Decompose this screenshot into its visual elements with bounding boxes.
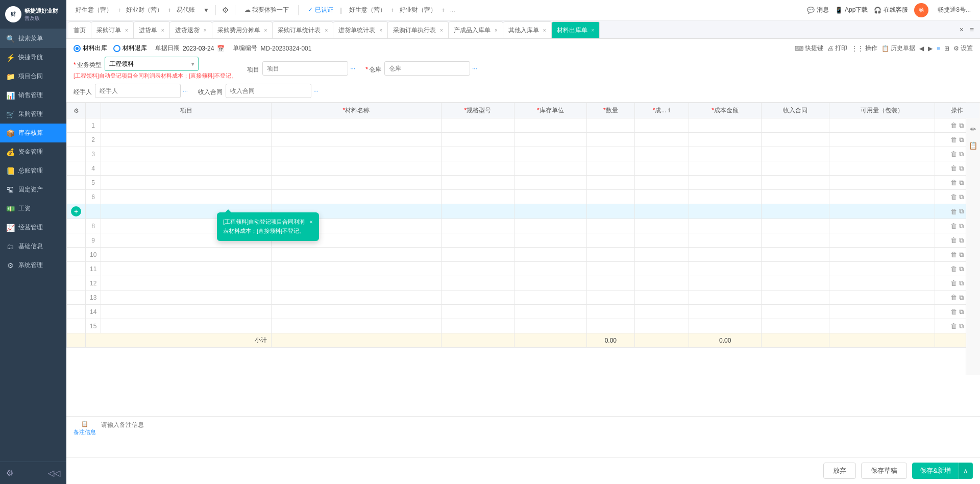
copy-row-btn[interactable]: ⧉	[959, 222, 964, 230]
copy-row-btn[interactable]: ⧉	[959, 308, 964, 316]
top-nav-good-biz2[interactable]: 好生意（营）	[346, 6, 389, 14]
top-nav-good-biz[interactable]: 好生意（营）	[72, 6, 115, 14]
top-nav-good-finance[interactable]: 好业财（营）	[123, 6, 166, 14]
copy-row-btn[interactable]: ⧉	[959, 207, 964, 215]
prev-btn[interactable]: ◀	[919, 45, 924, 52]
copy-row-btn[interactable]: ⧉	[959, 322, 964, 330]
agent-input[interactable]	[95, 84, 181, 98]
delete-row-btn[interactable]: 🗑	[950, 308, 957, 316]
copy-row-btn[interactable]: ⧉	[959, 236, 964, 245]
user-avatar[interactable]: 畅	[914, 3, 928, 17]
sidebar-item-basic[interactable]: 🗂 基础信息	[0, 237, 66, 256]
save-new-arrow-btn[interactable]: ∧	[959, 463, 973, 479]
print-btn[interactable]: 🖨 打印	[827, 44, 847, 53]
tab-purchase-expense[interactable]: 采购费用分摊单 ×	[212, 21, 273, 38]
copy-row-btn[interactable]: ⧉	[959, 265, 964, 273]
warehouse-dots-btn[interactable]: ···	[472, 65, 477, 72]
project-dots-btn[interactable]: ···	[350, 65, 355, 72]
date-value[interactable]: 2023-03-24	[183, 45, 214, 52]
app-download-action[interactable]: 📱 App下载	[835, 6, 868, 14]
tab-receipt-stat[interactable]: 进货单统计表 ×	[333, 21, 388, 38]
tab-production-in[interactable]: 产成品入库单 ×	[449, 21, 503, 38]
save-draft-btn[interactable]: 保存草稿	[861, 463, 907, 479]
sidebar-item-inventory[interactable]: 📦 库存核算	[0, 124, 66, 142]
add-row-btn[interactable]: +	[71, 206, 81, 216]
history-btn[interactable]: 📋 历史单据	[881, 44, 915, 53]
material-return-radio[interactable]: 材料退库	[113, 44, 147, 53]
delete-row-btn[interactable]: 🗑	[950, 164, 957, 172]
top-nav-good-finance2[interactable]: 好业财（营）	[397, 6, 439, 14]
tab-close-btn[interactable]: ×	[204, 28, 207, 33]
sidebar-item-quick-nav[interactable]: ⚡ 快捷导航	[0, 48, 66, 67]
copy-row-btn[interactable]: ⧉	[959, 122, 964, 130]
delete-row-btn[interactable]: 🗑	[950, 279, 957, 287]
tab-close-btn[interactable]: ×	[264, 28, 267, 33]
tab-list-btn[interactable]: ≡	[968, 25, 976, 35]
tooltip-close-btn[interactable]: ×	[309, 217, 313, 227]
tab-close-btn[interactable]: ×	[161, 28, 164, 33]
sidebar-item-search[interactable]: 🔍 搜索菜单	[0, 29, 66, 48]
sidebar-item-salary[interactable]: 💵 工资	[0, 199, 66, 218]
delete-row-btn[interactable]: 🗑	[950, 236, 957, 244]
delete-row-btn[interactable]: 🗑	[950, 222, 957, 230]
tab-close-all-btn[interactable]: ×	[958, 25, 966, 35]
top-nav-dropdown-btn[interactable]: ▼	[203, 7, 209, 14]
sidebar-item-sales[interactable]: 📊 销售管理	[0, 86, 66, 105]
sidebar-item-project[interactable]: 📁 项目合同	[0, 67, 66, 86]
calendar-icon[interactable]: 📅	[217, 45, 225, 52]
sidebar-item-ledger[interactable]: 📒 总账管理	[0, 161, 66, 180]
material-out-radio[interactable]: 材料出库	[74, 44, 107, 53]
sidebar-item-system[interactable]: ⚙ 系统管理	[0, 256, 66, 275]
settings-btn[interactable]: ⚙ 设置	[953, 44, 973, 53]
copy-row-btn[interactable]: ⧉	[959, 179, 964, 187]
next-btn[interactable]: ▶	[928, 45, 933, 52]
sidebar-settings-btn[interactable]: ⚙	[4, 466, 15, 480]
copy-row-btn[interactable]: ⧉	[959, 251, 964, 259]
note-textarea[interactable]	[101, 421, 973, 435]
list-view-btn[interactable]: ≡	[937, 45, 940, 52]
delete-row-btn[interactable]: 🗑	[950, 265, 957, 273]
quick-key-btn[interactable]: ⌨ 快捷键	[795, 44, 823, 53]
business-type-input[interactable]	[105, 57, 199, 71]
warehouse-input[interactable]	[384, 61, 470, 76]
right-panel-btn2[interactable]: ✏	[968, 123, 978, 135]
delete-row-btn[interactable]: 🗑	[950, 294, 957, 301]
delete-row-btn[interactable]: 🗑	[950, 179, 957, 186]
tab-close-btn[interactable]: ×	[592, 28, 595, 33]
online-service-action[interactable]: 🎧 在线客服	[874, 6, 908, 14]
delete-row-btn[interactable]: 🗑	[950, 136, 957, 143]
detail-view-btn[interactable]: ⊞	[944, 45, 949, 52]
col-settings-th[interactable]: ⚙	[67, 103, 86, 118]
top-nav-more[interactable]: ...	[447, 7, 458, 14]
delete-row-btn[interactable]: 🗑	[950, 322, 957, 330]
tab-receipt[interactable]: 进货单 ×	[134, 21, 170, 38]
sidebar-item-finance[interactable]: 💰 资金管理	[0, 142, 66, 161]
tab-return-goods[interactable]: 进货退货 ×	[170, 21, 212, 38]
income-contract-dots-btn[interactable]: ···	[313, 87, 318, 94]
operations-btn[interactable]: ⋮⋮ 操作	[851, 44, 877, 53]
tab-close-btn[interactable]: ×	[379, 28, 382, 33]
user-name[interactable]: 畅捷通8号...	[935, 6, 974, 14]
copy-row-btn[interactable]: ⧉	[959, 150, 964, 158]
sidebar-collapse-btn[interactable]: ◁◁	[46, 466, 62, 480]
sidebar-item-purchase[interactable]: 🛒 采购管理	[0, 105, 66, 124]
delete-row-btn[interactable]: 🗑	[950, 208, 957, 215]
copy-row-btn[interactable]: ⧉	[959, 136, 964, 144]
delete-row-btn[interactable]: 🗑	[950, 193, 957, 201]
col-settings-icon[interactable]: ⚙	[74, 107, 79, 114]
copy-row-btn[interactable]: ⧉	[959, 164, 964, 173]
sidebar-item-ops[interactable]: 📈 经营管理	[0, 218, 66, 237]
tab-purchase-order[interactable]: 采购订单 ×	[91, 21, 134, 38]
tab-other-in[interactable]: 其他入库单 ×	[503, 21, 552, 38]
top-nav-easy-erp[interactable]: 易代账	[174, 6, 198, 14]
tab-close-btn[interactable]: ×	[495, 28, 498, 33]
copy-row-btn[interactable]: ⧉	[959, 193, 964, 201]
tab-close-btn[interactable]: ×	[125, 28, 128, 33]
tab-close-btn[interactable]: ×	[543, 28, 546, 33]
tab-close-btn[interactable]: ×	[325, 28, 328, 33]
project-input[interactable]	[262, 61, 348, 76]
tab-home[interactable]: 首页	[68, 21, 91, 38]
save-new-btn[interactable]: 保存&新增	[912, 463, 959, 479]
copy-row-btn[interactable]: ⧉	[959, 279, 964, 287]
top-nav-verified[interactable]: ✓ 已认证	[305, 6, 336, 14]
